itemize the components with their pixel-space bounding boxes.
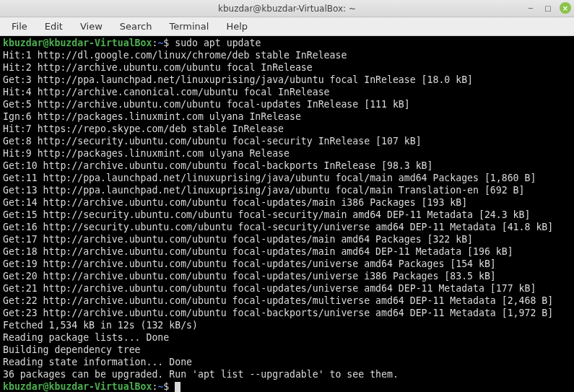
menu-view[interactable]: View [73, 19, 110, 34]
menu-file[interactable]: File [4, 19, 35, 34]
output-line: Get:15 http://security.ubuntu.com/ubuntu… [3, 209, 571, 221]
prompt-line-2: kbuzdar@kbuzdar-VirtualBox:~$ [3, 380, 571, 392]
terminal-cursor [175, 382, 181, 392]
terminal-viewport[interactable]: kbuzdar@kbuzdar-VirtualBox:~$ sudo apt u… [0, 36, 574, 392]
output-line: Get:14 http://archive.ubuntu.com/ubuntu … [3, 196, 571, 209]
close-icon: × [562, 4, 568, 12]
maximize-icon: □ [544, 4, 551, 12]
prompt-line-1: kbuzdar@kbuzdar-VirtualBox:~$ sudo apt u… [3, 37, 571, 49]
maximize-button[interactable]: □ [542, 2, 554, 14]
prompt-userhost: kbuzdar@kbuzdar-VirtualBox [3, 381, 152, 392]
close-button[interactable]: × [560, 2, 571, 14]
output-line: Reading state information... Done [3, 356, 571, 368]
output-line: Reading package lists... Done [3, 331, 571, 344]
output-line: Get:18 http://archive.ubuntu.com/ubuntu … [3, 245, 571, 258]
output-line: Get:13 http://ppa.launchpad.net/linuxupr… [3, 184, 571, 196]
window-controls: − □ × [525, 2, 571, 14]
menu-terminal[interactable]: Terminal [162, 19, 216, 34]
output-line: Fetched 1,534 kB in 12s (132 kB/s) [3, 319, 571, 331]
output-line: Get:11 http://ppa.launchpad.net/linuxupr… [3, 172, 571, 184]
output-line: Get:23 http://archive.ubuntu.com/ubuntu … [3, 307, 571, 319]
prompt-suffix: $ [163, 381, 175, 392]
output-line: Get:8 http://security.ubuntu.com/ubuntu … [3, 135, 571, 147]
output-line: Get:19 http://archive.ubuntu.com/ubuntu … [3, 258, 571, 270]
output-line: Get:21 http://archive.ubuntu.com/ubuntu … [3, 282, 571, 295]
output-line: Get:10 http://archive.ubuntu.com/ubuntu … [3, 160, 571, 172]
output-line: Get:3 http://ppa.launchpad.net/linuxupri… [3, 74, 571, 86]
prompt-suffix: $ [163, 38, 175, 48]
menu-bar: File Edit View Search Terminal Help [0, 17, 574, 36]
output-line: Ign:6 http://packages.linuxmint.com ulya… [3, 110, 571, 123]
prompt-userhost: kbuzdar@kbuzdar-VirtualBox [3, 38, 152, 48]
output-line: Get:20 http://archive.ubuntu.com/ubuntu … [3, 270, 571, 282]
minimize-icon: − [528, 4, 534, 12]
output-line: Get:17 http://archive.ubuntu.com/ubuntu … [3, 233, 571, 245]
output-line: Hit:1 http://dl.google.com/linux/chrome/… [3, 49, 571, 61]
output-line: 36 packages can be upgraded. Run 'apt li… [3, 368, 571, 380]
typed-command: sudo apt update [175, 38, 261, 48]
output-line: Get:5 http://archive.ubuntu.com/ubuntu f… [3, 98, 571, 110]
window-title: kbuzdar@kbuzdar-VirtualBox: ~ [218, 4, 356, 14]
menu-search[interactable]: Search [113, 19, 160, 34]
minimize-button[interactable]: − [525, 2, 536, 14]
output-line: Get:22 http://archive.ubuntu.com/ubuntu … [3, 295, 571, 307]
output-line: Hit:4 http://archive.canonical.com/ubunt… [3, 86, 571, 98]
menu-help[interactable]: Help [219, 19, 255, 34]
output-line: Building dependency tree [3, 344, 571, 356]
menu-edit[interactable]: Edit [38, 19, 70, 34]
output-line: Hit:9 http://packages.linuxmint.com ulya… [3, 147, 571, 160]
output-line: Hit:2 http://archive.ubuntu.com/ubuntu f… [3, 61, 571, 74]
window-titlebar: kbuzdar@kbuzdar-VirtualBox: ~ − □ × [0, 0, 574, 17]
output-line: Get:16 http://security.ubuntu.com/ubuntu… [3, 221, 571, 233]
output-line: Hit:7 https://repo.skype.com/deb stable … [3, 123, 571, 135]
